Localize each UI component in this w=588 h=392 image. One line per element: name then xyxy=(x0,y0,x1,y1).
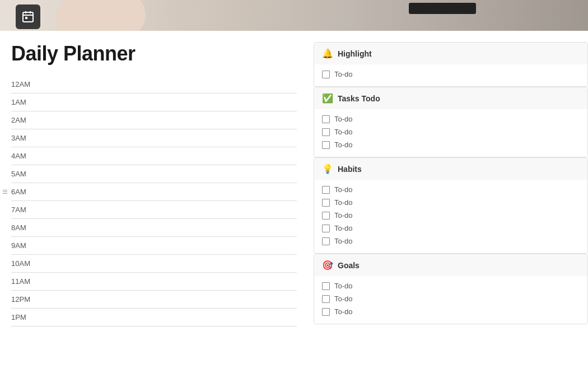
time-slot[interactable]: 1PM xyxy=(11,309,297,326)
todo-item[interactable]: To-do xyxy=(322,305,580,318)
todo-label: To-do xyxy=(334,185,353,194)
calendar-icon xyxy=(16,4,40,29)
todo-item[interactable]: To-do xyxy=(322,235,580,248)
todo-checkbox[interactable] xyxy=(322,71,330,78)
time-slot[interactable]: 2AM xyxy=(11,111,297,129)
time-label: 4AM xyxy=(11,152,39,160)
sidebar-sections-container: 🔔HighlightTo-do✅Tasks TodoTo-doTo-doTo-d… xyxy=(314,42,588,324)
time-label: 5AM xyxy=(11,170,39,178)
time-panel: Daily Planner 12AM1AM2AM3AM4AM5AM6AM7AM8… xyxy=(11,42,297,326)
time-slot[interactable]: 6AM xyxy=(11,183,297,201)
todo-item[interactable]: To-do xyxy=(322,183,580,196)
section-title-goals: Goals xyxy=(338,261,360,270)
time-label: 1PM xyxy=(11,313,39,321)
time-slot[interactable]: 4AM xyxy=(11,147,297,165)
todo-checkbox[interactable] xyxy=(322,115,330,123)
todo-item[interactable]: To-do xyxy=(322,292,580,305)
section-title-tasks-todo: Tasks Todo xyxy=(338,94,380,103)
header-banner xyxy=(0,0,588,31)
section-header-tasks-todo: ✅Tasks Todo xyxy=(314,87,587,109)
todo-label: To-do xyxy=(334,307,353,316)
time-slot[interactable]: 3AM xyxy=(11,129,297,147)
time-label: 12PM xyxy=(11,295,39,304)
todo-checkbox[interactable] xyxy=(322,141,330,149)
time-label: 8AM xyxy=(11,223,39,232)
time-label: 10AM xyxy=(11,259,39,268)
page-title: Daily Planner xyxy=(11,42,297,66)
time-slot[interactable]: 5AM xyxy=(11,165,297,183)
section-body-highlight: To-do xyxy=(314,64,587,86)
section-highlight: 🔔HighlightTo-do xyxy=(314,42,588,87)
habits-icon: 💡 xyxy=(322,164,333,174)
time-slot[interactable]: 10AM xyxy=(11,255,297,273)
section-title-habits: Habits xyxy=(338,165,362,174)
todo-checkbox[interactable] xyxy=(322,295,330,303)
todo-checkbox[interactable] xyxy=(322,186,330,194)
goals-icon: 🎯 xyxy=(322,260,333,270)
todo-checkbox[interactable] xyxy=(322,308,330,316)
todo-checkbox[interactable] xyxy=(322,237,330,245)
highlight-icon: 🔔 xyxy=(322,48,333,59)
todo-item[interactable]: To-do xyxy=(322,222,580,235)
svg-rect-4 xyxy=(25,17,27,19)
section-header-habits: 💡Habits xyxy=(314,158,587,180)
time-slot[interactable]: 12AM xyxy=(11,76,297,94)
time-label: 11AM xyxy=(11,277,39,286)
time-label: 2AM xyxy=(11,116,39,124)
todo-item[interactable]: To-do xyxy=(322,125,580,138)
todo-item[interactable]: To-do xyxy=(322,138,580,151)
todo-checkbox[interactable] xyxy=(322,199,330,207)
main-content: Daily Planner 12AM1AM2AM3AM4AM5AM6AM7AM8… xyxy=(0,31,588,338)
section-body-goals: To-doTo-doTo-do xyxy=(314,276,587,324)
section-header-highlight: 🔔Highlight xyxy=(314,43,587,64)
todo-label: To-do xyxy=(334,141,353,149)
svg-rect-0 xyxy=(23,12,33,22)
todo-item[interactable]: To-do xyxy=(322,279,580,292)
todo-checkbox[interactable] xyxy=(322,212,330,220)
todo-label: To-do xyxy=(334,70,353,78)
time-slot[interactable]: 8AM xyxy=(11,219,297,237)
sidebar-panel: 🔔HighlightTo-do✅Tasks TodoTo-doTo-doTo-d… xyxy=(314,42,588,324)
time-label: 6AM xyxy=(11,188,39,196)
drag-handle-icon[interactable] xyxy=(3,190,7,194)
todo-label: To-do xyxy=(334,211,353,220)
time-label: 7AM xyxy=(11,206,39,214)
todo-item[interactable]: To-do xyxy=(322,196,580,209)
todo-checkbox[interactable] xyxy=(322,225,330,232)
time-slot[interactable]: 11AM xyxy=(11,273,297,291)
todo-label: To-do xyxy=(334,224,353,232)
time-slot[interactable]: 9AM xyxy=(11,237,297,255)
time-slot[interactable]: 7AM xyxy=(11,201,297,219)
tasks-todo-icon: ✅ xyxy=(322,93,333,104)
todo-checkbox[interactable] xyxy=(322,128,330,136)
todo-label: To-do xyxy=(334,128,353,136)
todo-label: To-do xyxy=(334,295,353,303)
section-body-tasks-todo: To-doTo-doTo-do xyxy=(314,109,587,157)
todo-label: To-do xyxy=(334,282,353,290)
todo-label: To-do xyxy=(334,115,353,123)
section-tasks-todo: ✅Tasks TodoTo-doTo-doTo-do xyxy=(314,87,588,157)
section-body-habits: To-doTo-doTo-doTo-doTo-do xyxy=(314,180,587,253)
section-title-highlight: Highlight xyxy=(338,49,372,58)
todo-label: To-do xyxy=(334,237,353,245)
todo-label: To-do xyxy=(334,198,353,207)
section-habits: 💡HabitsTo-doTo-doTo-doTo-doTo-do xyxy=(314,157,588,254)
section-header-goals: 🎯Goals xyxy=(314,254,587,276)
time-label: 1AM xyxy=(11,98,39,106)
todo-item[interactable]: To-do xyxy=(322,113,580,125)
time-slot[interactable]: 1AM xyxy=(11,94,297,111)
todo-item[interactable]: To-do xyxy=(322,209,580,222)
todo-item[interactable]: To-do xyxy=(322,68,580,81)
time-slots-container: 12AM1AM2AM3AM4AM5AM6AM7AM8AM9AM10AM11AM1… xyxy=(11,76,297,326)
time-label: 12AM xyxy=(11,80,39,88)
time-label: 3AM xyxy=(11,134,39,142)
section-goals: 🎯GoalsTo-doTo-doTo-do xyxy=(314,254,588,324)
time-slot[interactable]: 12PM xyxy=(11,291,297,309)
time-label: 9AM xyxy=(11,241,39,250)
todo-checkbox[interactable] xyxy=(322,282,330,290)
